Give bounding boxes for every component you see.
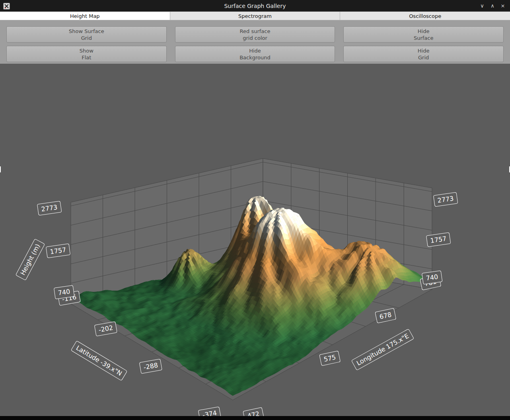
button-label: Red surface xyxy=(240,28,271,35)
button-label: Grid xyxy=(81,35,92,41)
button-label: Hide xyxy=(418,47,430,54)
close-button[interactable]: × xyxy=(498,3,508,9)
hide-surface-button[interactable]: Hide Surface xyxy=(343,26,504,43)
button-label: grid color xyxy=(243,35,267,41)
surface-plot[interactable] xyxy=(0,64,510,416)
show-surface-grid-button[interactable]: Show Surface Grid xyxy=(6,26,167,43)
button-label: Background xyxy=(239,54,271,61)
chart-view[interactable]: Height (m) Latitude -39.x"N Longitude 17… xyxy=(0,64,510,416)
red-surface-grid-color-button[interactable]: Red surface grid color xyxy=(175,26,335,43)
toolbar-grid: Show Surface Grid Red surface grid color… xyxy=(0,20,510,62)
tab-spectrogram[interactable]: Spectrogram xyxy=(170,12,341,20)
button-label: Grid xyxy=(418,54,429,61)
button-label: Hide xyxy=(249,47,261,54)
window-titlebar: Surface Graph Gallery ∨ ∧ × xyxy=(0,0,510,12)
tab-height-map[interactable]: Height Map xyxy=(0,12,170,20)
window-border-mark-left xyxy=(0,166,1,172)
window-controls: ∨ ∧ × xyxy=(477,0,508,12)
toolbar-panel: Show Surface Grid Red surface grid color… xyxy=(0,20,510,64)
tab-oscilloscope[interactable]: Oscilloscope xyxy=(340,12,510,20)
tab-bar: Height Map Spectrogram Oscilloscope xyxy=(0,12,510,20)
x11-icon xyxy=(4,3,10,9)
window-title: Surface Graph Gallery xyxy=(0,3,510,9)
button-label: Show xyxy=(80,47,93,54)
button-label: Surface xyxy=(414,35,434,41)
shade-button[interactable]: ∨ xyxy=(477,3,487,9)
hide-background-button[interactable]: Hide Background xyxy=(175,46,335,62)
button-label: Hide xyxy=(418,28,430,35)
show-flat-button[interactable]: Show Flat xyxy=(6,46,167,62)
application-window: Surface Graph Gallery ∨ ∧ × Height Map S… xyxy=(0,0,510,420)
button-label: Show Surface xyxy=(69,28,104,35)
window-bottom-strip xyxy=(0,416,510,420)
hide-grid-button[interactable]: Hide Grid xyxy=(343,46,504,62)
button-label: Flat xyxy=(82,54,91,61)
app-icon xyxy=(3,3,10,10)
maximize-button[interactable]: ∧ xyxy=(488,3,497,9)
